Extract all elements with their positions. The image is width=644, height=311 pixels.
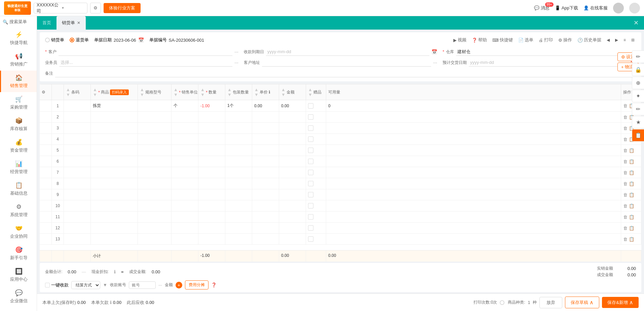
td-goods[interactable] [91, 234, 138, 244]
td-gift[interactable] [306, 223, 326, 233]
td-qty[interactable] [198, 112, 225, 122]
td-price[interactable] [252, 200, 279, 211]
copy-icon[interactable]: 📋 [629, 192, 634, 197]
td-qty[interactable] [198, 145, 225, 156]
td-goods[interactable] [91, 145, 138, 156]
td-spec[interactable] [138, 167, 172, 178]
td-pack[interactable] [225, 189, 252, 200]
select-btn[interactable]: 📄 选单 [517, 36, 535, 44]
account-input[interactable] [129, 281, 156, 289]
td-gift[interactable] [306, 189, 326, 200]
td-goods[interactable] [91, 156, 138, 167]
delete-icon[interactable]: 🗑 [623, 192, 628, 197]
td-unit[interactable] [172, 211, 198, 222]
gift-checkbox[interactable] [308, 236, 313, 242]
save-new-btn[interactable]: 保存&新增 ∧ [602, 297, 639, 308]
td-spec[interactable] [138, 189, 172, 200]
td-pack[interactable] [225, 156, 252, 167]
more-icon-account[interactable]: ··· [158, 282, 162, 287]
scan-btn[interactable]: 扫码录入 [110, 89, 129, 95]
td-pack[interactable] [225, 211, 252, 222]
td-price[interactable] [252, 112, 279, 122]
td-row1-gift[interactable] [306, 100, 326, 111]
delete-icon[interactable]: 🗑 [623, 126, 628, 131]
warehouse-input[interactable] [456, 48, 630, 56]
message-btn[interactable]: 💬 消息 99+ [534, 5, 550, 11]
shortcut-btn[interactable]: ⌨ 快捷键 [491, 36, 514, 44]
gift-checkbox[interactable] [308, 203, 313, 208]
customer-more-icon[interactable]: ··· [234, 49, 238, 54]
td-unit[interactable] [172, 167, 198, 178]
gift-checkbox[interactable] [308, 114, 313, 120]
expense-split-btn[interactable]: 费用分摊 [185, 280, 209, 289]
td-pack[interactable] [225, 145, 252, 156]
td-unit[interactable] [172, 156, 198, 167]
copy-icon[interactable]: 📋 [629, 226, 634, 231]
gift-checkbox[interactable] [308, 159, 313, 164]
sidebar-item-finance[interactable]: 💰 资金管理 [0, 135, 37, 157]
td-row1-spec[interactable] [138, 100, 172, 111]
calendar-icon[interactable]: 📅 [138, 37, 144, 43]
tab-home[interactable]: 首页 [37, 16, 56, 30]
td-unit[interactable] [172, 134, 198, 145]
td-barcode[interactable] [64, 112, 91, 122]
th-settings[interactable]: ⚙ [40, 84, 52, 100]
copy-icon[interactable]: 📋 [629, 170, 634, 175]
td-qty[interactable] [198, 223, 225, 233]
delete-icon[interactable]: 🗑 [623, 170, 628, 175]
gift-checkbox[interactable] [308, 225, 313, 231]
customer-input[interactable] [59, 48, 232, 56]
td-price[interactable] [252, 145, 279, 156]
td-unit[interactable] [172, 178, 198, 189]
sidebar-item-marketing[interactable]: 📢 营销推广 [0, 49, 37, 71]
customer-addr-more-icon[interactable]: ··· [433, 60, 437, 65]
float-btn-star[interactable]: ✦ [632, 90, 644, 102]
td-price[interactable] [252, 211, 279, 222]
td-barcode[interactable] [64, 189, 91, 200]
delete-icon[interactable]: 🗑 [623, 159, 628, 164]
radio-return[interactable]: 退货单 [70, 37, 89, 43]
customer-addr-input[interactable] [262, 59, 431, 67]
td-unit[interactable] [172, 189, 198, 200]
td-pack[interactable] [225, 234, 252, 244]
td-row1-amount[interactable]: 0.00 [279, 100, 306, 111]
td-row1-barcode[interactable] [64, 100, 91, 111]
delete-icon[interactable]: 🗑 [623, 237, 628, 242]
td-unit[interactable] [172, 234, 198, 244]
td-row1-goods[interactable]: 拣货 [91, 100, 138, 111]
td-spec[interactable] [138, 234, 172, 244]
td-gift[interactable] [306, 178, 326, 189]
salesperson-more-icon[interactable]: ··· [234, 60, 238, 65]
tab-sales-order[interactable]: 销货单 ✕ [56, 16, 86, 30]
sidebar-item-wechat[interactable]: 💬 企业微信 [0, 286, 37, 307]
td-gift[interactable] [306, 134, 326, 145]
td-amount[interactable] [279, 178, 306, 189]
sidebar-item-operations[interactable]: 📊 经营管理 [0, 157, 37, 178]
grid-view-btn[interactable]: ⊞ [630, 37, 636, 43]
online-service-btn[interactable]: 👤 在线客服 [583, 5, 608, 11]
discard-btn[interactable]: 放弃 [539, 297, 562, 308]
td-amount[interactable] [279, 145, 306, 156]
td-row1-unit[interactable]: 个 [172, 100, 198, 111]
td-price[interactable] [252, 234, 279, 244]
gift-checkbox[interactable] [308, 125, 313, 131]
td-spec[interactable] [138, 200, 172, 211]
delete-icon[interactable]: 🗑 [623, 226, 628, 231]
gift-checkbox[interactable] [308, 137, 313, 142]
expected-delivery-input[interactable] [469, 59, 628, 67]
td-barcode[interactable] [64, 178, 91, 189]
td-qty[interactable] [198, 178, 225, 189]
td-pack[interactable] [225, 134, 252, 145]
td-qty[interactable] [198, 167, 225, 178]
td-qty[interactable] [198, 234, 225, 244]
td-amount[interactable] [279, 123, 306, 133]
td-price[interactable] [252, 123, 279, 133]
td-price[interactable] [252, 156, 279, 167]
radio-sales[interactable]: 销货单 [45, 37, 64, 43]
td-amount[interactable] [279, 112, 306, 122]
td-spec[interactable] [138, 223, 172, 233]
td-price[interactable] [252, 134, 279, 145]
td-pack[interactable] [225, 167, 252, 178]
td-goods[interactable] [91, 112, 138, 122]
td-goods[interactable] [91, 167, 138, 178]
